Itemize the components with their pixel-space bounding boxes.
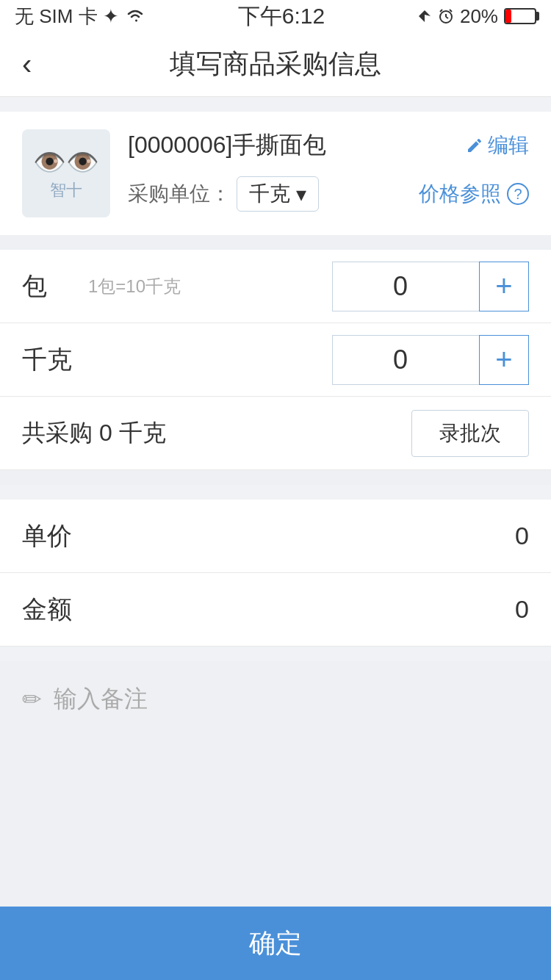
- svg-line-2: [446, 17, 448, 18]
- price-ref-icon: ?: [507, 183, 529, 205]
- svg-line-3: [440, 10, 442, 12]
- product-name: [0000006]手撕面包: [128, 129, 326, 162]
- confirm-button-label: 确定: [249, 926, 302, 962]
- bag-sublabel: 1包=10千克: [88, 275, 332, 298]
- page-title: 填写商品采购信息: [170, 46, 381, 82]
- purchase-unit-label: 采购单位： 千克 ▾: [128, 176, 319, 212]
- edit-icon: [466, 137, 483, 154]
- status-left: 无 SIM 卡 ✦: [15, 4, 145, 29]
- price-ref-button[interactable]: 价格参照 ?: [419, 180, 529, 208]
- battery-icon: [504, 8, 536, 24]
- product-card: 👁️👁️ 智十 [0000006]手撕面包 编辑 采购单位： 千克 ▾: [0, 112, 551, 235]
- bag-quantity-input[interactable]: [332, 262, 479, 311]
- dropdown-arrow: ▾: [296, 182, 306, 206]
- product-info: [0000006]手撕面包 编辑 采购单位： 千克 ▾ 价格参照 ?: [128, 129, 529, 212]
- kg-input-wrapper: +: [332, 335, 529, 385]
- unit-select[interactable]: 千克 ▾: [237, 176, 319, 212]
- section-divider-1: [0, 235, 551, 250]
- unit-price-label: 单价: [22, 519, 72, 553]
- product-thumbnail: 👁️👁️ 智十: [22, 129, 110, 217]
- battery-text: 20%: [460, 5, 498, 28]
- unit-price-value: 0: [515, 522, 529, 550]
- unit-value: 千克: [249, 180, 290, 208]
- quantity-section: 包 1包=10千克 + 千克 + 共采购 0 千克 录批次: [0, 250, 551, 470]
- batch-button[interactable]: 录批次: [411, 410, 529, 457]
- nav-bar: ‹ 填写商品采购信息: [0, 32, 551, 97]
- edit-label: 编辑: [488, 131, 529, 159]
- status-right: 20%: [417, 5, 536, 28]
- amount-label: 金额: [22, 593, 72, 627]
- kg-input-row: 千克 +: [0, 323, 551, 397]
- status-time: 下午6:12: [238, 1, 325, 32]
- bag-input-wrapper: +: [332, 262, 529, 311]
- svg-line-4: [450, 10, 452, 12]
- product-name-row: [0000006]手撕面包 编辑: [128, 129, 529, 162]
- kg-quantity-input[interactable]: [332, 335, 479, 385]
- kg-label: 千克: [22, 343, 81, 377]
- no-sim-text: 无 SIM 卡 ✦: [15, 4, 119, 29]
- pencil-icon: ✏: [22, 685, 42, 713]
- location-icon: [417, 9, 432, 24]
- note-placeholder: 输入备注: [54, 683, 148, 716]
- bag-plus-button[interactable]: +: [479, 262, 529, 311]
- purchase-unit-row: 采购单位： 千克 ▾ 价格参照 ?: [128, 176, 529, 212]
- summary-text: 共采购 0 千克: [22, 417, 166, 450]
- bag-input-row: 包 1包=10千克 +: [0, 250, 551, 323]
- product-logo: 👁️👁️ 智十: [33, 146, 99, 201]
- unit-price-row: 单价 0: [0, 500, 551, 573]
- alarm-icon: [438, 8, 454, 24]
- kg-plus-button[interactable]: +: [479, 335, 529, 385]
- status-bar: 无 SIM 卡 ✦ 下午6:12 20%: [0, 0, 551, 32]
- note-section[interactable]: ✏ 输入备注: [0, 661, 551, 738]
- back-button[interactable]: ‹: [22, 48, 66, 81]
- amount-row: 金额 0: [0, 573, 551, 646]
- price-section: 单价 0 金额 0: [0, 500, 551, 646]
- section-divider-2: [0, 470, 551, 485]
- bag-label: 包: [22, 270, 81, 303]
- edit-button[interactable]: 编辑: [466, 131, 529, 159]
- wifi-icon: [125, 9, 145, 24]
- summary-row: 共采购 0 千克 录批次: [0, 397, 551, 470]
- confirm-button[interactable]: 确定: [0, 907, 551, 980]
- price-ref-label: 价格参照: [419, 180, 501, 208]
- amount-value: 0: [515, 595, 529, 624]
